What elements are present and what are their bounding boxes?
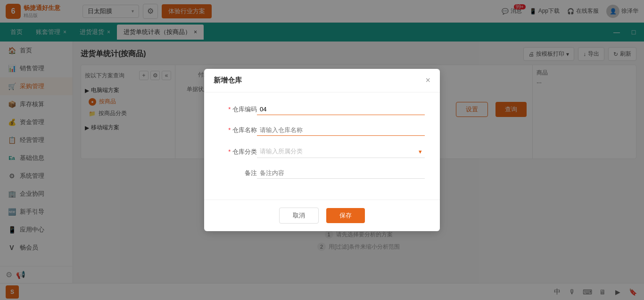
modal-close-button[interactable]: ×: [425, 75, 430, 85]
modal-footer: 取消 保存: [204, 200, 440, 231]
form-row-code: 仓库编码: [219, 104, 425, 115]
save-button[interactable]: 保存: [326, 208, 365, 223]
remark-input[interactable]: [257, 167, 425, 179]
name-label: 仓库名称: [219, 126, 257, 134]
warehouse-code-input[interactable]: [257, 104, 425, 115]
form-row-name: 仓库名称: [219, 125, 425, 136]
modal-body: 仓库编码 仓库名称 仓库分类 请输入所属分类 ▾ 备注: [204, 92, 440, 200]
new-warehouse-modal: 新增仓库 × 仓库编码 仓库名称 仓库分类 请输入所属分类 ▾: [204, 69, 440, 231]
category-label: 仓库分类: [219, 148, 257, 156]
category-placeholder: 请输入所属分类: [260, 147, 303, 156]
warehouse-name-input[interactable]: [257, 125, 425, 136]
modal-header: 新增仓库 ×: [204, 69, 440, 92]
cancel-button[interactable]: 取消: [279, 208, 319, 224]
modal-overlay: 新增仓库 × 仓库编码 仓库名称 仓库分类 请输入所属分类 ▾: [0, 0, 644, 300]
form-row-category: 仓库分类 请输入所属分类 ▾: [219, 145, 425, 158]
form-row-remark: 备注: [219, 167, 425, 179]
modal-title: 新增仓库: [214, 76, 242, 85]
category-dropdown-arrow: ▾: [419, 148, 422, 155]
warehouse-category-select[interactable]: 请输入所属分类 ▾: [257, 145, 425, 158]
code-label: 仓库编码: [219, 105, 257, 114]
remark-label: 备注: [219, 169, 257, 177]
